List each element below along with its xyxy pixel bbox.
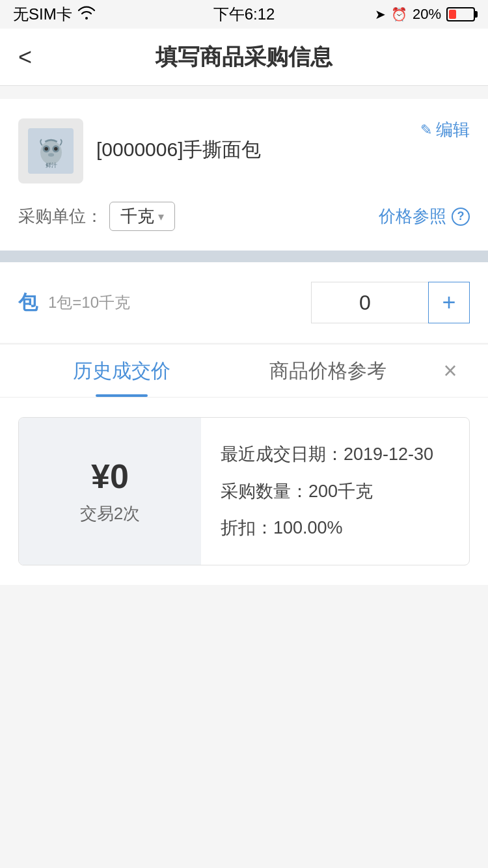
product-info: [0000006]手撕面包 [96, 137, 261, 166]
tab-content: ¥0 交易2次 最近成交日期：2019-12-30 采购数量：200千克 折扣：… [0, 398, 488, 585]
quantity-control: + [311, 282, 470, 323]
alarm-icon: ⏰ [391, 7, 407, 22]
product-meta: 采购单位： 千克 ▾ 价格参照 ? [18, 202, 470, 231]
svg-point-0 [40, 141, 62, 165]
status-right: ➤ ⏰ 20% [375, 6, 475, 23]
transaction-price: ¥0 [91, 457, 129, 496]
edit-button[interactable]: ✎ 编辑 [420, 118, 470, 141]
battery-icon [446, 7, 475, 21]
wifi-icon [77, 5, 96, 23]
product-thumbnail: 鲜汁 [18, 118, 83, 183]
transaction-count: 交易2次 [80, 502, 140, 525]
qty-value: 200千克 [308, 481, 373, 501]
transaction-discount: 折扣：100.00% [221, 515, 450, 541]
unit-label: 采购单位： [18, 205, 103, 228]
tab-history-price-label: 历史成交价 [73, 358, 170, 385]
quantity-row: 包 1包=10千克 + [0, 262, 488, 344]
location-icon: ➤ [375, 7, 386, 22]
tab-panel: 历史成交价 商品价格参考 × ¥0 交易2次 最近成交日期：2019-12-30… [0, 345, 488, 585]
tab-header: 历史成交价 商品价格参考 × [0, 345, 488, 398]
discount-value: 100.00% [273, 518, 343, 537]
pkg-desc: 1包=10千克 [48, 292, 130, 313]
status-bar: 无SIM卡 下午6:12 ➤ ⏰ 20% [0, 0, 488, 29]
help-icon: ? [452, 208, 470, 226]
edit-label: 编辑 [436, 118, 470, 141]
battery-fill [449, 10, 456, 19]
status-time: 下午6:12 [213, 4, 275, 25]
transaction-price-summary: ¥0 交易2次 [19, 418, 201, 565]
battery-percent: 20% [413, 6, 441, 23]
product-card: 鲜汁 [0000006]手撕面包 ✎ 编辑 采购单位： 千克 ▾ 价格参照 [0, 99, 488, 251]
tab-history-price[interactable]: 历史成交价 [18, 345, 224, 397]
nav-bar: < 填写商品采购信息 [0, 29, 488, 86]
quantity-input[interactable] [311, 282, 428, 323]
price-ref-button[interactable]: 价格参照 ? [379, 205, 470, 228]
unit-selector: 采购单位： 千克 ▾ [18, 202, 175, 231]
date-label: 最近成交日期： [221, 444, 344, 464]
price-ref-label: 价格参照 [379, 205, 446, 228]
status-left: 无SIM卡 [13, 4, 96, 25]
unit-badge[interactable]: 千克 ▾ [109, 202, 175, 231]
page-title: 填写商品采购信息 [156, 42, 332, 72]
date-value: 2019-12-30 [344, 444, 433, 464]
tab-product-price-ref[interactable]: 商品价格参考 [224, 345, 431, 397]
section-divider [0, 251, 488, 262]
transaction-card: ¥0 交易2次 最近成交日期：2019-12-30 采购数量：200千克 折扣：… [18, 417, 470, 565]
product-name: [0000006]手撕面包 [96, 137, 261, 163]
svg-point-3 [44, 147, 48, 151]
transaction-qty: 采购数量：200千克 [221, 478, 450, 505]
pkg-label: 包 [18, 290, 38, 316]
product-left: 鲜汁 [0000006]手撕面包 [18, 118, 261, 183]
tab-close-button[interactable]: × [431, 351, 470, 390]
bottom-space [0, 585, 488, 869]
transaction-date: 最近成交日期：2019-12-30 [221, 441, 450, 468]
back-button[interactable]: < [18, 46, 32, 69]
transaction-details: 最近成交日期：2019-12-30 采购数量：200千克 折扣：100.00% [201, 418, 469, 565]
discount-label: 折扣： [221, 518, 273, 537]
svg-point-4 [54, 147, 58, 151]
unit-value: 千克 [120, 205, 154, 228]
carrier-text: 无SIM卡 [13, 4, 72, 25]
svg-point-5 [47, 153, 53, 157]
quantity-plus-button[interactable]: + [428, 282, 470, 323]
edit-icon: ✎ [420, 122, 432, 139]
tab-active-indicator [96, 394, 148, 397]
product-header: 鲜汁 [0000006]手撕面包 ✎ 编辑 [18, 118, 470, 183]
tab-product-price-ref-label: 商品价格参考 [269, 358, 386, 385]
qty-label: 采购数量： [221, 481, 308, 501]
product-image: 鲜汁 [28, 128, 74, 174]
svg-text:鲜汁: 鲜汁 [45, 162, 57, 169]
chevron-down-icon: ▾ [158, 210, 164, 224]
quantity-label: 包 1包=10千克 [18, 290, 130, 316]
